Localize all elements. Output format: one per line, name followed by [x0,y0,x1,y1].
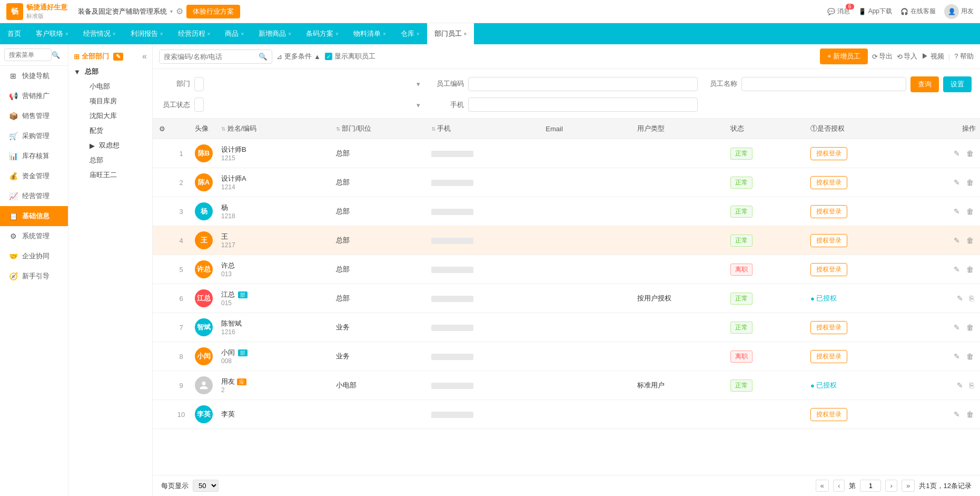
dept-item-xiaodian[interactable]: 小电部 [79,79,152,94]
sidebar-item-sales[interactable]: 📦 销售管理 [0,106,68,126]
next-page-btn[interactable]: › [885,480,897,492]
sidebar-item-system[interactable]: ⚙ 系统管理 [0,226,68,246]
auth-btn-4[interactable]: 授权登录 [810,234,847,247]
auth-btn-3[interactable]: 授权登录 [810,205,847,218]
show-resigned-checkbox[interactable]: ✓ [325,53,332,60]
nav-close-barcode[interactable]: × [335,31,339,37]
sidebar-search-input[interactable] [4,48,52,61]
nav-item-home[interactable]: 首页 [0,23,28,44]
dept-select[interactable] [194,77,204,91]
auth-btn-1[interactable]: 授权登录 [810,147,847,160]
nav-item-barcode[interactable]: 条码方案 × [299,23,346,44]
filter-search-btn[interactable]: 🔍 [254,51,272,63]
th-name[interactable]: ⇅ 姓名/编码 [217,119,332,139]
experience-btn[interactable]: 体验行业方案 [186,5,240,18]
nav-item-goods[interactable]: 商品 × [217,23,251,44]
filter-more-conditions[interactable]: ⊿ 更多条件 ▲ [276,52,321,61]
settings-form-btn[interactable]: 设置 [943,76,972,92]
nav-item-profit[interactable]: 利润报告 × [123,23,171,44]
sidebar-item-basic[interactable]: 📋 基础信息 [0,206,68,226]
sidebar-item-finance[interactable]: 💰 资金管理 [0,166,68,186]
sidebar-search-icon[interactable]: 🔍 [52,51,60,59]
copy-btn-6[interactable]: ⎘ [967,293,976,304]
edit-btn-5[interactable]: ✎ [952,264,962,275]
sidebar-item-quick-nav[interactable]: ⊞ 快捷导航 [0,66,68,86]
delete-btn-10[interactable]: 🗑 [964,409,976,420]
auth-btn-7[interactable]: 授权登录 [810,321,847,334]
delete-btn-3[interactable]: 🗑 [964,206,976,217]
nav-close-operation[interactable]: × [113,31,116,37]
nav-close-profit[interactable]: × [160,31,163,37]
dept-edit-icon[interactable]: ✎ [113,53,123,61]
th-settings[interactable]: ⚙ [153,119,172,139]
delete-btn-2[interactable]: 🗑 [964,177,976,188]
user-action[interactable]: 👤 用友 [944,4,974,19]
dept-item-zongbu2[interactable]: 总部 [79,153,152,168]
nav-close-history[interactable]: × [207,31,211,37]
th-phone[interactable]: ⇅ 手机 [427,119,542,139]
employee-code-input[interactable] [468,77,698,91]
phone-input[interactable] [468,98,698,112]
edit-btn-8[interactable]: ✎ [952,351,962,362]
filter-search-input[interactable] [160,50,254,63]
edit-btn-2[interactable]: ✎ [952,177,962,188]
dept-item-peihuo[interactable]: 配货 [79,123,152,138]
auth-btn-8[interactable]: 授权登录 [810,350,847,363]
delete-btn-8[interactable]: 🗑 [964,351,976,362]
nav-item-operation[interactable]: 经营情况 × [76,23,123,44]
auth-btn-2[interactable]: 授权登录 [810,176,847,189]
dept-item-shuanglv[interactable]: ▶ 双虑想 [79,138,152,153]
prev-page-btn[interactable]: ‹ [833,480,845,492]
export-btn[interactable]: ⟳ 导出 [872,52,893,61]
auth-btn-5[interactable]: 授权登录 [810,263,847,276]
copy-btn-9[interactable]: ⎘ [967,380,976,391]
nav-close-customer[interactable]: × [65,31,68,37]
edit-btn-10[interactable]: ✎ [952,409,962,420]
page-number-input[interactable] [860,480,881,492]
last-page-btn[interactable]: » [902,480,915,492]
settings-icon[interactable]: ⚙ [176,6,183,16]
dept-item-xiangmu[interactable]: 项目库房 [79,94,152,109]
nav-close-goods[interactable]: × [241,31,244,37]
nav-close-bom[interactable]: × [383,31,386,37]
per-page-select[interactable]: 50 [193,480,219,492]
import-btn[interactable]: ⟲ 导入 [897,52,917,61]
nav-item-employee[interactable]: 部门员工 × [427,23,474,44]
nav-close-employee[interactable]: × [464,31,467,37]
sidebar-item-guide[interactable]: 🧭 新手引导 [0,266,68,286]
nav-close-new-goods[interactable]: × [288,31,291,37]
delete-btn-1[interactable]: 🗑 [964,148,976,159]
view-btn[interactable]: ▶ 视频 [922,52,944,61]
nav-item-bom[interactable]: 物料清单 × [346,23,393,44]
employee-name-input[interactable] [741,77,906,91]
nav-item-customer[interactable]: 客户联络 × [28,23,76,44]
system-dropdown-arrow[interactable]: ▾ [170,8,173,14]
nav-item-history[interactable]: 经营历程 × [171,23,218,44]
sidebar-item-purchase[interactable]: 🛒 采购管理 [0,126,68,146]
online-service-action[interactable]: 🎧 在线客服 [900,7,936,16]
nav-item-new-goods[interactable]: 新增商品 × [251,23,299,44]
dept-collapse-btn[interactable]: « [142,52,147,61]
dept-tree-header[interactable]: ⊞ 全部部门 ✎ « [68,48,152,64]
dept-item-shenyang[interactable]: 沈阳大库 [79,109,152,123]
add-employee-btn[interactable]: + 新增员工 [820,48,868,64]
first-page-btn[interactable]: « [816,480,829,492]
edit-btn-9[interactable]: ✎ [955,380,965,391]
auth-btn-10[interactable]: 授权登录 [810,408,847,421]
delete-btn-4[interactable]: 🗑 [964,235,976,246]
edit-btn-3[interactable]: ✎ [952,206,962,217]
app-download-action[interactable]: 📱 App下载 [858,7,892,16]
dept-item-miaowang[interactable]: 庙旺王二 [79,168,152,182]
edit-btn-6[interactable]: ✎ [955,293,965,304]
edit-btn-7[interactable]: ✎ [952,322,962,333]
filter-show-resigned[interactable]: ✓ 显示离职员工 [325,52,375,61]
edit-btn-1[interactable]: ✎ [952,148,962,159]
dept-item-zongbu-group[interactable]: ▼ 总部 [68,64,152,79]
sidebar-item-operation[interactable]: 📈 经营管理 [0,186,68,206]
th-dept[interactable]: ⇅ 部门/职位 [332,119,427,139]
message-action[interactable]: 💬 消息 6 [827,7,850,16]
sidebar-item-collab[interactable]: 🤝 企业协同 [0,246,68,266]
delete-btn-5[interactable]: 🗑 [964,264,976,275]
nav-close-warehouse[interactable]: × [417,31,420,37]
sidebar-item-inventory[interactable]: 📊 库存核算 [0,146,68,166]
